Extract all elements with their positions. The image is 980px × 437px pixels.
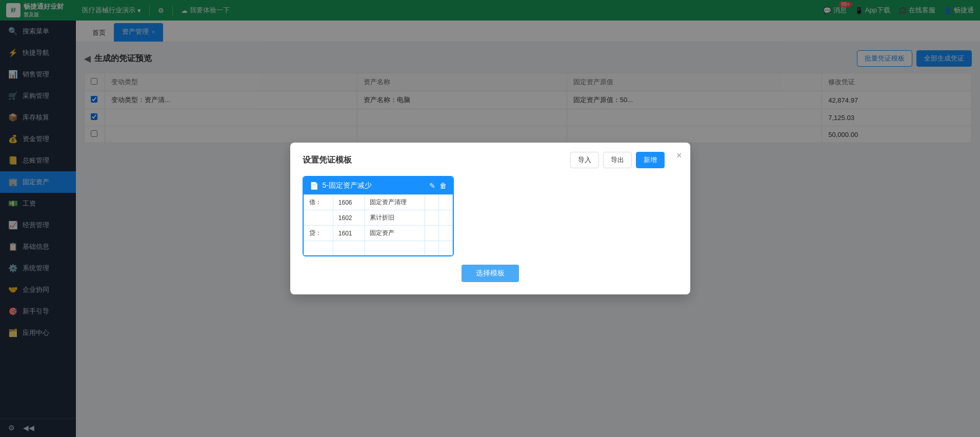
template-card-name: 5-固定资产减少 — [323, 181, 372, 190]
entry-credit-1 — [438, 195, 452, 210]
entry-type-3: 贷： — [304, 226, 333, 241]
template-row-1: 借： 1606 固定资产清理 — [304, 195, 452, 210]
entry-debit-3 — [425, 226, 438, 241]
entry-type-4 — [304, 241, 333, 255]
template-modal: 设置凭证模板 × 导入 导出 新增 📄 5-固定资产减少 ✎ 🗑 — [290, 143, 690, 294]
entry-code-2: 1602 — [333, 210, 364, 226]
template-row-3: 贷： 1601 固定资产 — [304, 226, 452, 241]
entry-name-2: 累计折旧 — [364, 210, 425, 226]
entry-debit-2 — [425, 210, 438, 226]
modal-close-button[interactable]: × — [676, 151, 682, 160]
entry-name-3: 固定资产 — [364, 226, 425, 241]
import-button[interactable]: 导入 — [570, 152, 599, 168]
entry-type-1: 借： — [304, 195, 333, 210]
template-entries-table: 借： 1606 固定资产清理 1602 累计折旧 — [304, 194, 453, 255]
template-card-header-left: 📄 5-固定资产减少 — [310, 181, 372, 190]
entry-name-4 — [364, 241, 425, 255]
entry-credit-3 — [438, 226, 452, 241]
entry-name-1: 固定资产清理 — [364, 195, 425, 210]
modal-body: 📄 5-固定资产减少 ✎ 🗑 借： 1606 固 — [303, 176, 678, 282]
entry-code-4 — [333, 241, 364, 255]
template-edit-icon[interactable]: ✎ — [429, 182, 435, 190]
template-row-4 — [304, 241, 452, 255]
template-doc-icon: 📄 — [310, 182, 318, 190]
template-card-header: 📄 5-固定资产减少 ✎ 🗑 — [304, 177, 453, 194]
entry-debit-4 — [425, 241, 438, 255]
template-card-header-icons: ✎ 🗑 — [429, 182, 447, 190]
template-card-body: 借： 1606 固定资产清理 1602 累计折旧 — [304, 194, 453, 255]
template-delete-icon[interactable]: 🗑 — [439, 182, 447, 190]
select-template-button[interactable]: 选择模板 — [462, 265, 519, 282]
modal-overlay[interactable]: 设置凭证模板 × 导入 导出 新增 📄 5-固定资产减少 ✎ 🗑 — [0, 0, 980, 437]
entry-code-1: 1606 — [333, 195, 364, 210]
export-button[interactable]: 导出 — [603, 152, 632, 168]
new-template-button[interactable]: 新增 — [636, 152, 665, 168]
entry-code-3: 1601 — [333, 226, 364, 241]
entry-credit-2 — [438, 210, 452, 226]
modal-header-actions: 导入 导出 新增 — [570, 152, 665, 168]
template-row-2: 1602 累计折旧 — [304, 210, 452, 226]
template-card: 📄 5-固定资产减少 ✎ 🗑 借： 1606 固 — [303, 176, 454, 256]
entry-type-2 — [304, 210, 333, 226]
entry-credit-4 — [438, 241, 452, 255]
entry-debit-1 — [425, 195, 438, 210]
